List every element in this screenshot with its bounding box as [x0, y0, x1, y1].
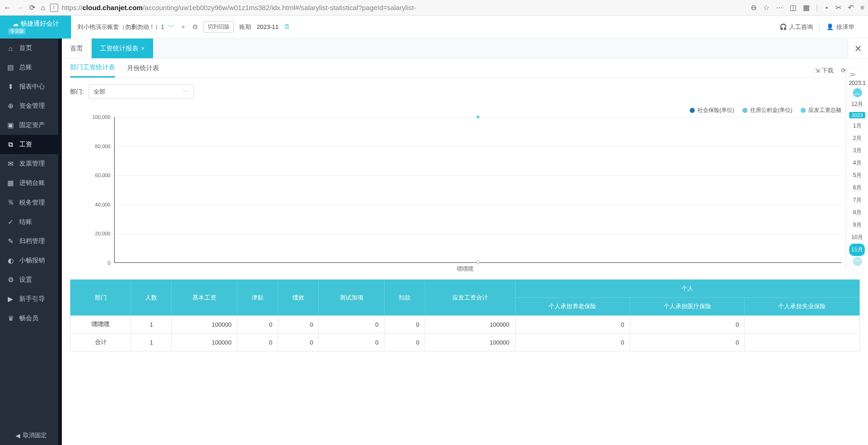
dept-select[interactable]: 全部 ﹀ — [88, 84, 194, 99]
sidebar-item-1[interactable]: ▤总账 — [0, 58, 62, 77]
legend-item[interactable]: 社会保险(单位) — [690, 106, 734, 114]
browser-toolbar: ← → ⟳ ⌂ i https://cloud.chanjet.com/acco… — [0, 0, 868, 16]
calendar-icon[interactable]: 🗓 — [284, 23, 290, 30]
gear-icon[interactable]: ⚙ — [192, 23, 198, 31]
sidebar-icon: ⊕ — [6, 102, 15, 110]
undo-icon[interactable]: ↶ — [848, 3, 854, 12]
sidebar-icon: ⌂ — [6, 44, 15, 52]
chart: 020,00040,00060,00080,000100,000 嘿嘿嘿 — [88, 117, 841, 273]
col-header: 测试加项 — [319, 280, 385, 316]
sidebar-item-14[interactable]: ♛畅会员 — [0, 309, 62, 328]
rail-down-icon[interactable]: ︾ — [853, 257, 862, 266]
sidebar-item-7[interactable]: ▦进销台账 — [0, 173, 62, 193]
month-rail: ≫ 2023.1 ︽ 12月20231月2月3月4月5月6月7月8月9月10月1… — [846, 68, 868, 270]
pocket-icon[interactable]: ◫ — [790, 3, 797, 12]
col-header: 部门 — [71, 280, 131, 316]
chart-section: 社会保险(单位)住房公积金(单位)应发工资总额 020,00040,00060,… — [62, 102, 868, 273]
collapse-rail-icon[interactable]: ≫ — [849, 71, 856, 78]
download-button[interactable]: ⇲ 下载 — [815, 67, 834, 75]
back-icon[interactable]: ← — [4, 4, 11, 12]
cell: 0 — [278, 334, 319, 351]
sidebar-item-5[interactable]: ⧉工资 — [0, 135, 62, 154]
sidebar-item-0[interactable]: ⌂首页 — [0, 39, 62, 58]
y-tick: 80,000 — [95, 144, 110, 149]
tab-salary-stats[interactable]: 工资统计报表 × — [92, 39, 154, 58]
cell: 0 — [278, 316, 319, 334]
sidebar-item-label: 结账 — [19, 218, 32, 226]
col-header: 扣款 — [385, 280, 425, 316]
url-host: cloud.chanjet.com — [82, 4, 143, 11]
sidebar-item-12[interactable]: ⚙设置 — [0, 270, 62, 289]
data-point[interactable] — [477, 116, 480, 119]
user-name: 徐泽华 — [836, 23, 854, 31]
col-group-header: 个人 — [515, 280, 859, 298]
edition-badge: 专业版 — [8, 28, 26, 34]
url-bar[interactable]: https://cloud.chanjet.com/accounting/uw1… — [62, 4, 746, 11]
sidebar-icon: ✎ — [6, 237, 15, 245]
cut-icon[interactable]: ✂ — [835, 3, 841, 12]
month-item[interactable]: 4月 — [849, 157, 865, 169]
legend-label: 社会保险(单位) — [698, 106, 734, 114]
brand-text: 畅捷通好会计 — [21, 20, 59, 28]
sidebar-item-6[interactable]: ✉发票管理 — [0, 154, 62, 173]
logo[interactable]: ☁畅捷通好会计 专业版 — [0, 16, 71, 39]
zoom-out-icon[interactable]: ⊖ — [751, 3, 757, 12]
shield-icon[interactable]: i — [50, 4, 58, 12]
month-item[interactable]: 3月 — [849, 145, 865, 157]
sidebar-item-label: 小畅报销 — [19, 256, 45, 265]
data-point[interactable] — [477, 261, 480, 264]
more-icon[interactable]: ⋯ — [776, 3, 783, 12]
month-item[interactable]: 1月 — [849, 120, 865, 132]
month-item[interactable]: 10月 — [849, 231, 865, 244]
sidebar-item-11[interactable]: ◐小畅报销 — [0, 251, 62, 270]
subtab-month[interactable]: 月份统计表 — [127, 64, 159, 77]
switch-old-button[interactable]: 切到旧版 — [203, 21, 234, 33]
legend-item[interactable]: 应发工资总额 — [801, 106, 841, 114]
month-item[interactable]: 8月 — [849, 206, 865, 219]
forward-icon[interactable]: → — [16, 4, 24, 12]
y-tick: 100,000 — [92, 114, 110, 120]
legend-dot-icon — [690, 108, 695, 113]
unpin-button[interactable]: ◀ 取消固定 — [0, 426, 62, 445]
subtab-dept[interactable]: 部门工资统计表 — [70, 63, 115, 78]
month-item[interactable]: 11月 — [849, 244, 865, 256]
month-item[interactable]: 5月 — [849, 169, 865, 182]
sidebar-item-9[interactable]: ✓结账 — [0, 212, 62, 232]
sidebar-item-4[interactable]: ▣固定资产 — [0, 116, 62, 135]
sidebar-item-3[interactable]: ⊕资金管理 — [0, 96, 62, 116]
home-icon[interactable]: ⌂ — [41, 4, 45, 12]
period-value: 2023-11 — [257, 23, 279, 30]
sidebar-item-10[interactable]: ✎归档管理 — [0, 232, 62, 251]
sidebar-item-label: 首页 — [19, 44, 32, 52]
reload-icon[interactable]: ⟳ — [29, 3, 35, 12]
month-item[interactable]: 12月 — [849, 98, 865, 111]
user-menu[interactable]: 👤 徐泽华 — [826, 23, 854, 31]
sidebar-item-2[interactable]: ⬍报表中心 — [0, 77, 62, 96]
bookmark-star-icon[interactable]: ⋆ — [824, 3, 829, 12]
month-item[interactable]: 7月 — [849, 194, 865, 206]
main-content: 首页 工资统计报表 × ✕ 部门工资统计表 月份统计表 ⇲ 下载 ⟳ 刷新 部门… — [62, 39, 868, 445]
sidebar-icon: ▣ — [6, 121, 15, 129]
menu-icon[interactable]: ≡ — [860, 4, 864, 12]
sidebar-item-label: 税务管理 — [19, 199, 45, 207]
sidebar-item-8[interactable]: ％税务管理 — [0, 193, 62, 212]
sidebar: ⌂首页▤总账⬍报表中心⊕资金管理▣固定资产⧉工资✉发票管理▦进销台账％税务管理✓… — [0, 39, 62, 445]
month-item[interactable]: 2月 — [849, 132, 865, 145]
month-item[interactable]: 9月 — [849, 219, 865, 231]
app-header: ☁畅捷通好会计 专业版 刘小艳演示账套（勿删勿动！）1 ﹀ ＋ ⚙ 切到旧版 账… — [0, 16, 868, 39]
account-selector[interactable]: 刘小艳演示账套（勿删勿动！）1 ﹀ — [77, 23, 174, 31]
close-all-tabs-button[interactable]: ✕ — [848, 39, 868, 58]
close-tab-icon[interactable]: × — [141, 45, 145, 52]
tab-home[interactable]: 首页 — [62, 39, 92, 58]
apps-icon[interactable]: ▦ — [803, 3, 810, 12]
sidebar-scrollbar[interactable] — [58, 39, 62, 445]
x-category-label: 嘿嘿嘿 — [457, 265, 473, 273]
consult-button[interactable]: 🎧 人工咨询 — [780, 23, 813, 31]
add-icon[interactable]: ＋ — [180, 22, 187, 31]
month-item[interactable]: 6月 — [849, 182, 865, 194]
rail-up-icon[interactable]: ︽ — [853, 88, 862, 97]
headset-icon: 🎧 — [780, 23, 787, 30]
legend-item[interactable]: 住房公积金(单位) — [742, 106, 792, 114]
star-icon[interactable]: ☆ — [763, 3, 769, 12]
sidebar-item-13[interactable]: ▶新手引导 — [0, 289, 62, 309]
